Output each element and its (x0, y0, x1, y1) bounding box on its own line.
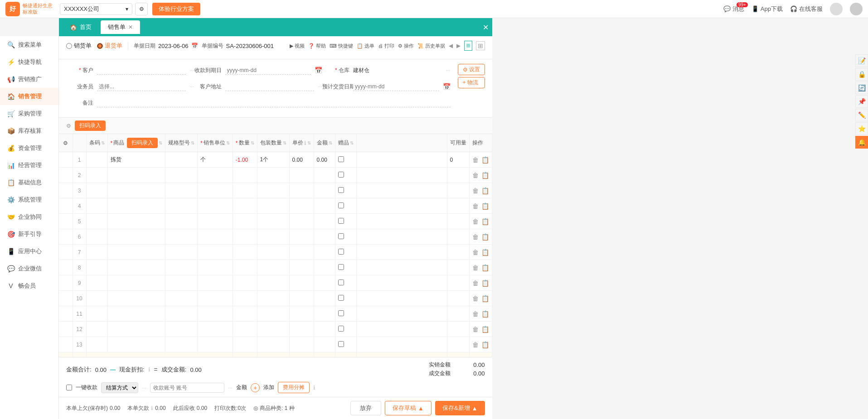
cell-barcode-1[interactable] (86, 152, 107, 168)
delete-icon[interactable]: 🗑 (472, 233, 479, 241)
delivery-calendar-icon[interactable]: 📅 (443, 83, 451, 90)
help-btn[interactable]: ❓ 帮助 (308, 43, 326, 49)
rt-btn-5[interactable]: ✏️ (855, 109, 868, 121)
info-circle-icon[interactable]: ℹ (151, 405, 153, 411)
radio-return[interactable]: 退货单 (97, 42, 122, 50)
calendar-icon[interactable]: 📅 (191, 43, 198, 49)
scan-button[interactable]: 扫码录入 (75, 120, 106, 131)
online-support-button[interactable]: 🎧 在线客服 (790, 5, 823, 13)
select-btn[interactable]: 📋 选单 (357, 43, 374, 49)
settings-gear-icon[interactable]: ⚙ (135, 3, 148, 15)
payment-method-select[interactable]: 结算方式 (101, 382, 138, 393)
save-draft-button[interactable]: 保存草稿 ▲ (385, 401, 432, 415)
copy-icon[interactable]: 📋 (481, 156, 489, 164)
scan-product-button[interactable]: 扫码录入 (127, 138, 158, 148)
table-settings-icon[interactable]: ⚙ (66, 123, 71, 129)
user-avatar2[interactable] (850, 3, 863, 15)
tab-sales-order[interactable]: 销售单 ✕ (101, 20, 140, 34)
delete-icon[interactable]: 🗑 (472, 326, 479, 333)
print-btn[interactable]: 🖨 打印 (378, 43, 394, 49)
settings-side-button[interactable]: ⚙ 设置 (458, 64, 485, 75)
delete-icon[interactable]: 🗑 (472, 156, 479, 164)
sidebar-item-marketing[interactable]: 📢 营销推广 (0, 71, 58, 88)
rt-btn-4[interactable]: 📌 (855, 95, 868, 108)
sort-spec-icon[interactable]: ⇅ (191, 140, 194, 145)
customer-input[interactable] (97, 66, 186, 75)
shortcut-btn[interactable]: ⌨ 快捷键 (330, 43, 353, 49)
copy-icon[interactable]: 📋 (481, 264, 489, 271)
delete-icon[interactable]: 🗑 (472, 264, 479, 271)
cell-qty-1[interactable]: -1.00 (233, 152, 257, 168)
cash-discount-info-icon[interactable]: ℹ (148, 366, 150, 373)
sidebar-item-operations[interactable]: 📊 经营管理 (0, 157, 58, 174)
account-input[interactable] (150, 383, 224, 393)
cell-gift-1[interactable] (335, 152, 356, 168)
add-button[interactable]: + (251, 383, 260, 392)
rt-btn-6[interactable]: ⭐ (855, 122, 868, 135)
app-download-button[interactable]: 📱 App下载 (752, 5, 783, 13)
expected-delivery-input[interactable] (353, 82, 439, 91)
company-selector[interactable]: XXXXXX公司 ▾ (60, 3, 132, 15)
nav-prev-icon[interactable]: ◀ (449, 43, 453, 49)
sort-product-icon[interactable]: ⇅ (159, 140, 162, 145)
sort-unit-icon[interactable]: ⇅ (226, 140, 230, 145)
view-list-icon[interactable]: ≡ (464, 41, 472, 51)
sort-amount-icon[interactable]: ⇅ (329, 140, 332, 145)
sidebar-item-purchase[interactable]: 🛒 采购管理 (0, 105, 58, 122)
avatar[interactable] (830, 3, 843, 15)
rt-btn-7[interactable]: 🔔 (855, 136, 868, 149)
addr-dots-icon[interactable]: ··· (318, 83, 322, 90)
discard-button[interactable]: 放弃 (350, 401, 381, 415)
account-dots-icon[interactable]: ··· (228, 385, 233, 391)
salesperson-input[interactable] (97, 82, 186, 91)
sidebar-item-enterprise[interactable]: 🤝 企业协同 (0, 208, 58, 226)
nav-next-icon[interactable]: ▶ (456, 43, 461, 49)
sort-pack-icon[interactable]: ⇅ (283, 140, 286, 145)
sidebar-item-finance[interactable]: 💰 资金管理 (0, 140, 58, 157)
video-btn[interactable]: ▶ 视频 (290, 43, 305, 49)
delete-icon[interactable]: 🗑 (472, 310, 479, 318)
note-input[interactable] (97, 99, 451, 107)
rt-btn-1[interactable]: 📝 (855, 54, 868, 67)
sidebar-item-sales[interactable]: 🏠 销售管理 (0, 88, 58, 105)
view-grid-icon[interactable]: ⊞ (476, 41, 485, 50)
delete-icon[interactable]: 🗑 (472, 172, 479, 179)
payment-due-calendar-icon[interactable]: 📅 (315, 67, 322, 74)
copy-icon[interactable]: 📋 (481, 249, 489, 256)
sort-barcode-icon[interactable]: ⇅ (101, 140, 105, 145)
salesperson-dots-icon[interactable]: ··· (189, 83, 194, 90)
expense-info-icon[interactable]: ℹ (313, 385, 315, 391)
logistics-button[interactable]: + 物流 (458, 77, 485, 88)
one-click-pay-checkbox[interactable] (66, 385, 72, 390)
customer-addr-input[interactable] (225, 82, 314, 91)
copy-icon[interactable]: 📋 (481, 233, 489, 241)
customer-dots-icon[interactable]: ··· (189, 67, 194, 73)
operate-btn[interactable]: ⚙ 操作 (398, 43, 414, 49)
delete-icon[interactable]: 🗑 (472, 341, 479, 348)
delete-icon[interactable]: 🗑 (472, 187, 479, 194)
copy-icon[interactable]: 📋 (481, 310, 489, 318)
payment-method-dots-icon[interactable]: ··· (142, 385, 146, 391)
sidebar-item-search[interactable]: 🔍 搜索菜单 (0, 36, 58, 53)
tab-home[interactable]: 🏠 首页 (63, 20, 99, 34)
save-new-button[interactable]: 保存&新增 ▲ (435, 401, 485, 415)
message-button[interactable]: 💬 消息 99+ (723, 5, 744, 13)
copy-icon[interactable]: 📋 (481, 326, 489, 333)
sidebar-item-quick-nav[interactable]: ⚡ 快捷导航 (0, 53, 58, 71)
cell-spec-1[interactable] (165, 152, 198, 168)
sidebar-item-member[interactable]: V 畅会员 (0, 277, 58, 294)
rt-btn-3[interactable]: 🔄 (855, 82, 868, 94)
copy-icon[interactable]: 📋 (481, 172, 489, 179)
expense-tab-button[interactable]: 费用分摊 (278, 382, 310, 393)
delete-icon[interactable]: 🗑 (472, 249, 479, 256)
tab-close-icon[interactable]: ✕ (128, 24, 133, 30)
sort-price-icon[interactable]: ⇅ (307, 140, 311, 145)
history-btn[interactable]: 📜 历史单据 (417, 43, 445, 49)
warehouse-dots-icon[interactable]: ··· (446, 67, 450, 73)
payment-due-input[interactable] (225, 66, 311, 75)
sidebar-item-guide[interactable]: 🎯 新手引导 (0, 226, 58, 243)
tab-bar-close-icon[interactable]: ✕ (483, 23, 489, 32)
copy-icon[interactable]: 📋 (481, 295, 489, 302)
delete-icon[interactable]: 🗑 (472, 218, 479, 225)
copy-icon[interactable]: 📋 (481, 341, 489, 348)
